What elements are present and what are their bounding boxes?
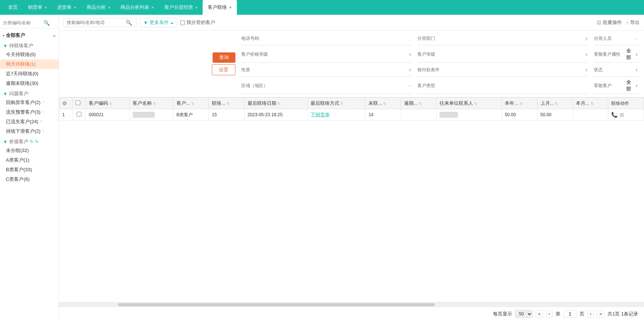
filter-retail: 零散客户 全部 ∨ [594,79,638,94]
sidebar-search-input[interactable] [3,20,43,25]
filter-region-dots[interactable]: ··· [408,83,412,88]
sidebar-all-customers[interactable]: ▪ 全部客户 « [0,30,59,41]
filter-nature-select[interactable]: ∨ [274,68,412,72]
last-method-link[interactable]: 下销货单 [311,112,330,117]
col-settings[interactable]: ⚙ [59,98,73,109]
sort-person[interactable]: 往来单位联系人⇅ [440,100,477,107]
sort-type[interactable]: 客户...⇅ [176,100,194,107]
col-uncontacted[interactable]: 未联...⇅ [365,98,401,109]
filter-customer-type-input[interactable] [450,83,588,88]
pagination-bar: 每页显示 50 « ‹ 第 页 › » 共1页 1条记录 [59,307,644,321]
page-size-select[interactable]: 50 [515,310,533,318]
nav-tab-1[interactable]: 进货单 × [52,0,81,15]
sort-this-year[interactable]: 本年...⇅ [505,100,522,107]
sidebar-item-today[interactable]: 今天待联络(0) [0,50,59,59]
toolbar-search-input[interactable] [67,20,126,25]
filter-price-select[interactable]: ∨ [274,52,412,57]
col-code[interactable]: 客户编码⇅ [86,98,130,109]
sidebar-item-unclassified[interactable]: 未分组(32) [0,146,59,155]
col-overdue[interactable]: 逾期...⇅ [401,98,436,109]
row-last-method[interactable]: 下销货单 [307,109,365,121]
filter-phone-input[interactable] [274,36,412,41]
sidebar-item-declining[interactable]: 持续下滑客户(2) ? [0,127,59,136]
total-label: 共1页 1条记录 [608,311,638,317]
nav-home[interactable]: 首页 [3,0,23,15]
sidebar-item-repurchase[interactable]: 回购异常客户(2) ? [0,98,59,107]
nav-tab-5[interactable]: 客户联络 × [203,0,237,15]
toolbar-search-icon[interactable]: 🔍 [126,20,132,25]
first-page-btn[interactable]: « [536,310,543,318]
sort-last-method[interactable]: 最后联络方式⇅ [311,100,343,107]
batch-btn[interactable]: ☑ 批量操作 [597,19,622,26]
close-icon-3[interactable]: × [151,5,154,10]
sidebar-item-class-a[interactable]: A类客户(1) [0,155,59,165]
sort-this-month[interactable]: 本月...⇅ [576,100,594,107]
col-type[interactable]: 客户...⇅ [173,98,209,109]
sidebar-group-title-value[interactable]: ▼ 价值客户 ↻ ✎ [0,137,59,146]
grid-action-icon[interactable]: ⊞ [620,112,624,118]
horizontal-scrollbar[interactable] [59,302,644,307]
nav-tab-2[interactable]: 商品分析 × [81,0,115,15]
sidebar-search-icon[interactable]: 🔍 [43,20,50,26]
prev-page-btn[interactable]: ‹ [546,310,553,318]
col-name[interactable]: 客户名称⇅ [129,98,173,109]
sort-uncontacted[interactable]: 未联...⇅ [368,100,386,107]
export-btn[interactable]: ↑ 导出 [626,19,640,26]
col-contact-person[interactable]: 往来单位联系人⇅ [437,98,502,109]
close-icon-2[interactable]: × [108,5,110,10]
close-icon-4[interactable]: × [195,5,197,10]
sort-overdue[interactable]: 逾期...⇅ [404,100,422,107]
sort-icon-code: ⇅ [109,101,112,106]
nav-tab-0[interactable]: 销货单 × [23,0,52,15]
sort-code[interactable]: 客户编码⇅ [89,100,112,107]
sort-last-date[interactable]: 最后联络日期⇅ [248,100,280,107]
sidebar-group-title-problem[interactable]: ▼ 问题客户 [0,89,59,98]
sort-last-month[interactable]: 上月...⇅ [540,100,558,107]
phone-action-icon[interactable]: 📞 [611,112,617,118]
set-btn[interactable]: 设置 [212,64,235,75]
sidebar-item-churn-warning[interactable]: 流失预警客户(3) ? [0,107,59,117]
my-customers-checkbox[interactable] [180,20,185,25]
row-checkbox-cell[interactable] [73,109,86,121]
close-icon-5[interactable]: × [229,5,231,10]
refresh-icon[interactable]: ↻ [30,139,34,144]
sidebar-item-churned[interactable]: 已流失客户(24) ? [0,117,59,127]
sort-name[interactable]: 客户名称⇅ [133,100,156,107]
col-checkbox[interactable] [73,98,86,109]
col-this-month[interactable]: 本月...⇅ [573,98,608,109]
col-last-date[interactable]: 最后联络日期⇅ [244,98,307,109]
col-last-method[interactable]: 最后联络方式⇅ [307,98,365,109]
filter-payment-select[interactable]: ∨ [450,68,588,72]
sidebar-item-tomorrow[interactable]: 明天待联络(1) [0,59,59,69]
filter-customer-level-select[interactable]: ∨ [450,52,588,57]
col-contact-count[interactable]: 联络...⇅ [209,98,244,109]
sort-icon-uncontacted: ⇅ [383,101,386,106]
filter-dept-select[interactable]: ∨ [450,36,588,41]
next-page-btn[interactable]: › [587,310,594,318]
row-checkbox[interactable] [77,112,81,117]
sidebar-group-title-pending[interactable]: ▼ 待联络客户 [0,41,59,50]
sidebar-item-class-c[interactable]: C类客户(6) [0,175,59,184]
filter-status-select[interactable]: ∨ [626,68,638,72]
more-filter-btn[interactable]: ▼ 更多条件 ▲ [140,18,177,27]
close-icon-0[interactable]: × [45,5,47,10]
select-all-checkbox[interactable] [76,100,80,105]
page-number-input[interactable] [563,310,577,318]
sidebar-item-class-b[interactable]: B类客户(33) [0,165,59,175]
nav-tab-4[interactable]: 客户分层经营 × [159,0,203,15]
sort-contact[interactable]: 联络...⇅ [212,100,230,107]
filter-retail-attr-select[interactable]: 全部 ∨ [626,48,638,61]
close-icon-1[interactable]: × [74,5,76,10]
filter-person-dots[interactable]: ··· [634,36,638,41]
edit-icon[interactable]: ✎ [35,139,39,144]
query-btn[interactable]: 查询 [213,52,235,63]
nav-tab-3[interactable]: 商品分析列表 × [115,0,159,15]
filter-retail-select[interactable]: 全部 ∨ [626,79,638,92]
last-page-btn[interactable]: » [597,310,605,318]
col-this-year[interactable]: 本年...⇅ [502,98,537,109]
sidebar-item-overdue[interactable]: 逾期未联络(30) [0,79,59,88]
sidebar-item-7days[interactable]: 近7天待联络(0) [0,69,59,79]
triangle-icon-2: ▼ [3,91,8,97]
col-last-month[interactable]: 上月...⇅ [537,98,573,109]
scrollbar-thumb[interactable] [118,303,435,306]
